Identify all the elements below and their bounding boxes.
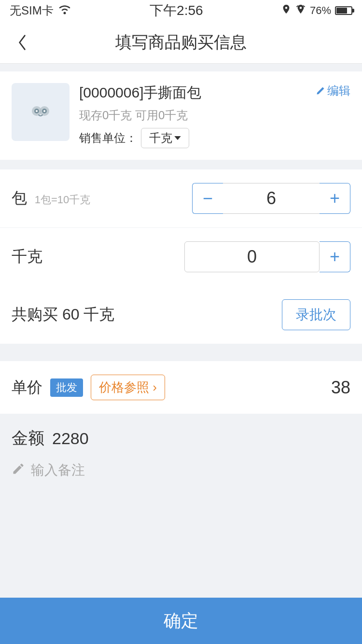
edit-button[interactable]: 编辑 [316,83,350,98]
bag-input-row: 包 1包=10千克 − + [0,169,362,228]
kg-qty-control: + [184,241,350,272]
battery-icon [335,6,352,15]
bag-label-main: 包 [12,189,27,207]
edit-label: 编辑 [327,83,350,98]
price-reference-button[interactable]: 价格参照 › [91,375,165,400]
svg-point-5 [36,110,38,112]
kg-increment-button[interactable]: + [320,241,350,272]
bag-increment-button[interactable]: + [320,183,350,214]
confirm-button[interactable]: 确定 [0,598,362,644]
unit-select[interactable]: 千克 [141,128,189,148]
divider-2 [0,344,362,353]
product-card: [0000006]手撕面包 现存0千克 可用0千克 销售单位： 千克 编辑 [0,71,362,160]
page-title: 填写商品购买信息 [115,31,247,54]
price-value: 38 [331,378,350,398]
unit-value: 千克 [149,130,172,146]
amount-label: 金额 [12,427,44,449]
product-thumbnail [12,83,70,141]
amount-row: 金额 2280 [12,427,350,457]
amount-value: 2280 [52,429,89,448]
product-unit-row: 销售单位： 千克 [79,128,350,148]
kg-quantity-input[interactable] [184,241,320,272]
bag-quantity-input[interactable] [223,183,320,214]
product-name: [0000006]手撕面包 [79,83,350,103]
kg-label: 千克 [12,246,184,267]
note-icon [12,462,25,479]
svg-point-6 [43,110,45,112]
price-label: 单价 [12,377,42,398]
status-right: 76% [281,4,352,17]
price-section: 单价 批发 价格参照 › 38 [0,361,362,414]
summary-text: 共购买 60 千克 [12,304,114,325]
unit-label: 销售单位： [79,130,137,146]
wifi-icon [57,4,72,17]
product-info: [0000006]手撕面包 现存0千克 可用0千克 销售单位： 千克 [79,83,350,148]
note-row[interactable]: 输入备注 [12,457,350,483]
bag-qty-control: − + [192,183,350,214]
batch-button[interactable]: 录批次 [282,299,350,330]
kg-label-main: 千克 [12,248,42,265]
input-section: 包 1包=10千克 − + 千克 + [0,169,362,286]
status-bar: 无SIM卡 下午2:56 76% [0,0,362,21]
product-stock: 现存0千克 可用0千克 [79,108,350,123]
bag-decrement-button[interactable]: − [192,183,223,214]
back-button[interactable] [12,32,33,53]
bag-label-sub: 1包=10千克 [35,194,91,206]
divider-1 [0,160,362,169]
kg-input-row: 千克 + [0,228,362,286]
alarm-icon [295,4,306,17]
note-placeholder: 输入备注 [31,461,85,479]
summary-row: 共购买 60 千克 录批次 [0,286,362,344]
status-time: 下午2:56 [150,1,203,20]
price-type-tag: 批发 [50,378,83,397]
battery-percent: 76% [310,4,331,17]
carrier-text: 无SIM卡 [10,3,54,18]
bag-label: 包 1包=10千克 [12,188,192,209]
svg-point-0 [63,12,66,14]
amount-section: 金额 2280 输入备注 [0,414,362,489]
nav-bar: 填写商品购买信息 [0,21,362,64]
status-left: 无SIM卡 [10,3,72,18]
location-icon [281,4,292,17]
